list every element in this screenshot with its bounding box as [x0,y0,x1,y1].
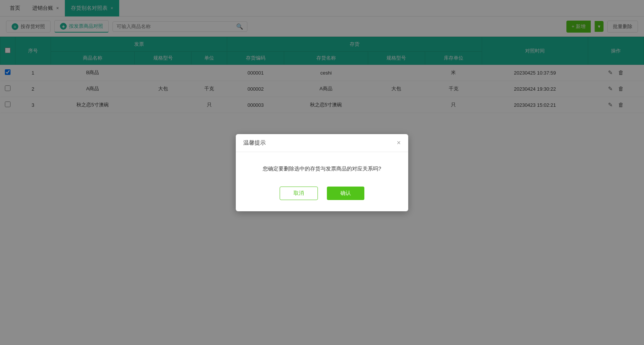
cancel-button[interactable]: 取消 [280,187,318,200]
dialog-header: 温馨提示 × [236,134,408,152]
dialog: 温馨提示 × 您确定要删除选中的存货与发票商品的对应关系吗? 取消 确认 [236,134,408,211]
dialog-body: 您确定要删除选中的存货与发票商品的对应关系吗? [236,152,408,183]
modal-overlay: 温馨提示 × 您确定要删除选中的存货与发票商品的对应关系吗? 取消 确认 [0,0,644,345]
dialog-close-button[interactable]: × [397,139,401,146]
dialog-title: 温馨提示 [243,139,266,146]
confirm-button[interactable]: 确认 [327,187,364,200]
dialog-footer: 取消 确认 [236,183,408,211]
dialog-message: 您确定要删除选中的存货与发票商品的对应关系吗? [263,166,381,172]
